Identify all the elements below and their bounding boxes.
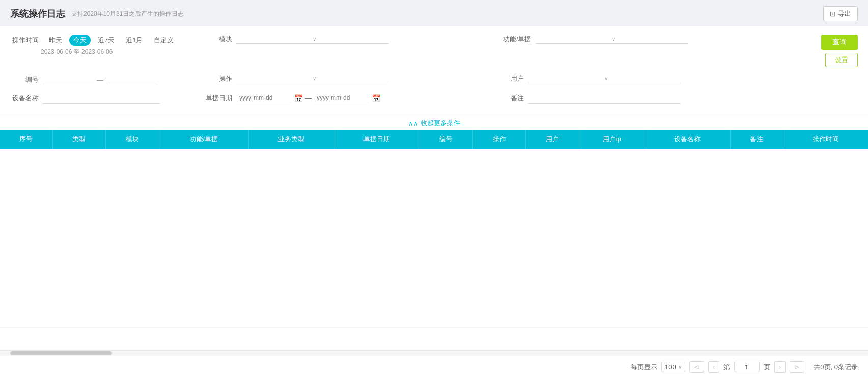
- filter-area: 操作时间 昨天 今天 近7天 近1月 自定义 2023-06-06 至 2023…: [0, 26, 868, 114]
- pagination: 每页显示 100 ∨ ⊲ ‹ 第 页 › ⊳ 共0页, 0条记录: [0, 356, 868, 378]
- filter-row-1: 操作时间 昨天 今天 近7天 近1月 自定义 2023-06-06 至 2023…: [10, 35, 858, 67]
- number-separator: —: [97, 76, 103, 84]
- bottom-area: 每页显示 100 ∨ ⊲ ‹ 第 页 › ⊳ 共0页, 0条记录: [0, 350, 868, 378]
- date-range: 📅 — 📅: [236, 93, 380, 103]
- function-chevron-icon: ∨: [612, 36, 685, 42]
- time-btn-yesterday[interactable]: 昨天: [45, 35, 66, 46]
- export-label: 导出: [838, 9, 851, 18]
- remark-input[interactable]: [528, 93, 681, 104]
- operation-chevron-icon: ∨: [313, 76, 386, 81]
- page-prev-button[interactable]: ‹: [708, 361, 719, 373]
- table-wrapper: 序号 类型 模块 功能/单据 业务类型 单据日期 编号 操作 用户 用户ip 设…: [0, 130, 868, 350]
- module-select[interactable]: ∨: [236, 35, 389, 44]
- operation-select[interactable]: ∨: [236, 74, 389, 83]
- col-number: 编号: [419, 130, 472, 149]
- date-start-input[interactable]: [236, 93, 292, 103]
- col-operation-time: 操作时间: [783, 130, 868, 149]
- user-chevron-icon: ∨: [604, 76, 678, 81]
- col-module: 模块: [106, 130, 159, 149]
- module-filter: 模块 ∨: [204, 35, 483, 44]
- col-function: 功能/单据: [159, 130, 248, 149]
- function-label: 功能/单据: [503, 35, 531, 44]
- page-subtitle: 支持2020年10月31日之后产生的操作日志: [71, 10, 184, 18]
- date-dash: —: [305, 94, 312, 102]
- calendar-end-icon[interactable]: 📅: [372, 94, 380, 102]
- voucher-date-label: 单据日期: [204, 94, 232, 103]
- table-header-row: 序号 类型 模块 功能/单据 业务类型 单据日期 编号 操作 用户 用户ip 设…: [0, 130, 868, 149]
- col-type: 类型: [52, 130, 105, 149]
- col-user-ip: 用户ip: [579, 130, 645, 149]
- collapse-row: ∧∧ 收起更多条件: [0, 114, 868, 130]
- remark-label: 备注: [495, 94, 524, 103]
- action-buttons: 查询 设置: [797, 35, 858, 67]
- scrollbar-area: [0, 350, 868, 356]
- number-filter: 编号 —: [10, 74, 183, 85]
- operation-time-filter: 操作时间 昨天 今天 近7天 近1月 自定义 2023-06-06 至 2023…: [10, 35, 183, 56]
- collapse-button[interactable]: ∧∧ 收起更多条件: [408, 119, 460, 128]
- col-user: 用户: [526, 130, 579, 149]
- page-number-input[interactable]: [734, 362, 760, 372]
- page-label: 第: [723, 363, 730, 372]
- time-btn-custom[interactable]: 自定义: [150, 35, 178, 46]
- total-text: 共0页, 0条记录: [814, 363, 858, 372]
- user-label: 用户: [495, 74, 524, 83]
- collapse-up-icon: ∧∧: [408, 120, 418, 127]
- header-left: 系统操作日志 支持2020年10月31日之后产生的操作日志: [10, 8, 184, 20]
- query-button[interactable]: 查询: [821, 35, 858, 50]
- page-unit: 页: [764, 363, 770, 372]
- page-size-chevron-icon: ∨: [678, 364, 682, 370]
- table-header: 序号 类型 模块 功能/单据 业务类型 单据日期 编号 操作 用户 用户ip 设…: [0, 130, 868, 149]
- page-header: 系统操作日志 支持2020年10月31日之后产生的操作日志 ⊡ 导出: [0, 0, 868, 26]
- voucher-date-filter: 单据日期 📅 — 📅: [204, 93, 475, 103]
- calendar-start-icon[interactable]: 📅: [294, 94, 303, 102]
- filter-row-3: 设备名称 单据日期 📅 — 📅 备注: [10, 93, 858, 104]
- number-label: 编号: [10, 75, 39, 84]
- time-btn-7days[interactable]: 近7天: [94, 35, 119, 46]
- table-body: [0, 149, 868, 327]
- col-remark: 备注: [730, 130, 783, 149]
- operation-time-label: 操作时间: [10, 36, 39, 45]
- time-range-display: 2023-06-06 至 2023-06-06: [41, 48, 113, 56]
- number-input-start[interactable]: [43, 74, 94, 85]
- page-title: 系统操作日志: [10, 8, 65, 20]
- module-chevron-icon: ∨: [313, 36, 386, 42]
- page-next-button[interactable]: ›: [774, 361, 786, 373]
- device-input[interactable]: [43, 93, 160, 104]
- empty-row: [0, 149, 868, 327]
- export-button[interactable]: ⊡ 导出: [823, 6, 858, 21]
- col-biz-type: 业务类型: [249, 130, 334, 149]
- col-index: 序号: [0, 130, 52, 149]
- settings-button[interactable]: 设置: [825, 53, 858, 67]
- operation-label: 操作: [204, 74, 232, 83]
- export-icon: ⊡: [830, 10, 836, 18]
- page-first-button[interactable]: ⊲: [689, 361, 704, 373]
- user-filter: 用户 ∨: [495, 74, 767, 83]
- filter-row-2: 编号 — 操作 ∨ 用户 ∨: [10, 74, 858, 85]
- page-size-value: 100: [665, 363, 676, 371]
- user-select[interactable]: ∨: [528, 74, 681, 83]
- page-size-select[interactable]: 100 ∨: [661, 362, 685, 372]
- collapse-label: 收起更多条件: [421, 119, 460, 128]
- operation-filter: 操作 ∨: [204, 74, 475, 83]
- device-label: 设备名称: [10, 94, 39, 103]
- number-input-end[interactable]: [106, 74, 157, 85]
- per-page-label: 每页显示: [631, 363, 657, 372]
- function-select[interactable]: ∨: [536, 35, 688, 44]
- time-buttons: 昨天 今天 近7天 近1月 自定义: [45, 35, 178, 46]
- scrollbar-thumb[interactable]: [10, 351, 112, 355]
- device-filter: 设备名称: [10, 93, 183, 104]
- page-last-button[interactable]: ⊳: [790, 361, 804, 373]
- time-btn-1month[interactable]: 近1月: [122, 35, 147, 46]
- data-table: 序号 类型 模块 功能/单据 业务类型 单据日期 编号 操作 用户 用户ip 设…: [0, 130, 868, 328]
- col-device-name: 设备名称: [645, 130, 730, 149]
- remark-filter: 备注: [495, 93, 767, 104]
- empty-cell: [0, 149, 868, 327]
- function-filter: 功能/单据 ∨: [503, 35, 782, 44]
- col-voucher-date: 单据日期: [334, 130, 419, 149]
- time-btn-today[interactable]: 今天: [69, 35, 91, 46]
- col-operation: 操作: [472, 130, 525, 149]
- module-label: 模块: [204, 35, 232, 44]
- date-end-input[interactable]: [314, 93, 370, 103]
